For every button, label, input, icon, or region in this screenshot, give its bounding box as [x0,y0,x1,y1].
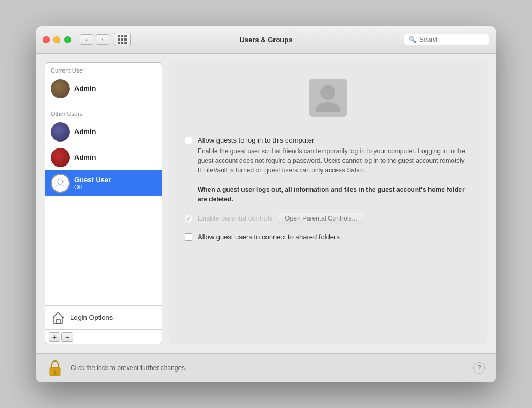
allow-guests-content: Allow guests to log in to this computer … [198,136,471,204]
other-user-info-2: Admin [74,153,96,161]
guest-avatar-area [185,73,471,128]
grid-view-button[interactable] [114,33,131,46]
remove-user-button[interactable]: − [61,332,73,342]
lock-icon[interactable] [47,359,63,377]
search-box[interactable]: 🔍 [404,34,489,45]
other-user-name-2: Admin [74,153,96,161]
login-options-label: Login Options [70,313,113,321]
back-button[interactable]: ‹ [80,34,93,45]
allow-guests-row: Allow guests to log in to this computer … [185,136,471,204]
titlebar: ‹ › Users & Groups 🔍 [36,26,496,54]
svg-point-0 [58,179,63,184]
other-user-avatar-1 [51,122,70,142]
enable-parental-label: Enable parental controls [198,214,272,222]
house-icon [51,310,66,325]
guest-avatar-large [309,79,347,117]
avatar-image [51,79,70,98]
close-button[interactable] [43,36,50,43]
traffic-lights [43,36,71,43]
avatar-image-2 [51,122,70,142]
guest-user-status: Off [74,184,111,190]
guest-user-name: Guest User [74,176,111,184]
allow-guests-checkbox[interactable] [185,137,192,144]
current-user-item[interactable]: Admin [45,76,162,101]
window-title: Users & Groups [240,36,293,44]
grid-icon [118,35,127,44]
current-user-info: Admin [74,84,96,92]
other-user-item-1[interactable]: Admin [45,119,162,145]
nav-buttons: ‹ › [80,34,109,45]
minimize-button[interactable] [53,36,60,43]
other-user-item-2[interactable]: Admin [45,145,162,170]
shared-folders-row: Allow guest users to connect to shared f… [185,233,471,241]
open-parental-button[interactable]: Open Parental Controls... [278,213,364,224]
guest-person-icon [54,177,66,189]
guest-user-avatar [51,174,70,193]
svg-point-2 [320,85,335,100]
main-window: ‹ › Users & Groups 🔍 Current User [36,26,496,382]
enable-parental-checkbox[interactable] [185,215,192,222]
allow-shared-checkbox[interactable] [185,233,192,241]
search-icon: 🔍 [409,36,417,43]
forward-button[interactable]: › [96,34,109,45]
sidebar: Current User Admin Other Users Admin [45,62,162,344]
sidebar-spacer [45,196,162,305]
sidebar-controls: + − [45,329,162,344]
allow-shared-label: Allow guest users to connect to shared f… [198,233,340,241]
current-user-name: Admin [74,84,96,92]
svg-point-4 [54,370,57,373]
section-divider [45,104,162,104]
main-content: Allow guests to log in to this computer … [169,62,487,344]
login-options-item[interactable]: Login Options [45,305,162,329]
lock-text: Click the lock to prevent further change… [71,364,466,372]
allow-guests-label: Allow guests to log in to this computer [198,136,471,144]
help-button[interactable]: ? [473,362,485,374]
guest-user-info: Guest User Off [74,176,111,190]
add-user-button[interactable]: + [49,332,60,342]
other-user-avatar-2 [51,148,70,167]
parental-controls-row: Enable parental controls Open Parental C… [185,213,471,224]
person-silhouette-icon [315,83,341,113]
other-users-section-label: Other Users [45,106,162,119]
allow-guests-description: Enable the guest user so that friends ca… [198,146,471,204]
other-user-info-1: Admin [74,128,96,136]
current-user-section-label: Current User [45,63,162,76]
window-body: Current User Admin Other Users Admin [36,54,496,353]
search-input[interactable] [419,36,484,43]
bottom-bar: Click the lock to prevent further change… [36,353,496,382]
other-user-name-1: Admin [74,128,96,136]
svg-rect-1 [56,320,60,323]
allow-guests-warning: When a guest user logs out, all informat… [198,186,465,203]
guest-user-item[interactable]: Guest User Off [45,170,162,196]
avatar-image-3 [51,148,70,167]
current-user-avatar [51,79,70,98]
maximize-button[interactable] [64,36,71,43]
